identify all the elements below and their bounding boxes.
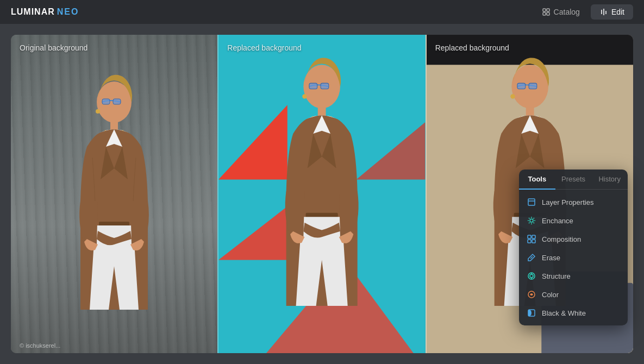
- svg-rect-10: [113, 99, 121, 104]
- svg-rect-9: [102, 99, 110, 104]
- svg-point-32: [510, 94, 515, 98]
- svg-rect-47: [532, 235, 535, 239]
- svg-rect-1: [547, 9, 549, 11]
- tab-presets[interactable]: Presets: [555, 170, 592, 189]
- tool-composition[interactable]: Composition: [519, 230, 628, 248]
- logo: LUMINAR NEO: [11, 7, 79, 17]
- top-bar: LUMINAR NEO Catalog Edit: [0, 0, 644, 24]
- erase-icon: [527, 253, 536, 262]
- tab-history[interactable]: History: [591, 170, 628, 189]
- svg-rect-20: [309, 83, 317, 89]
- svg-rect-24: [306, 213, 338, 217]
- tab-tools[interactable]: Tools: [519, 170, 555, 190]
- bw-icon: [527, 308, 536, 318]
- nav-tabs: Catalog Edit: [533, 4, 633, 20]
- svg-point-22: [303, 94, 307, 98]
- svg-rect-2: [543, 12, 546, 15]
- logo-neo: NEO: [57, 7, 79, 17]
- edit-label: Edit: [611, 8, 624, 16]
- svg-line-43: [534, 223, 535, 224]
- structure-icon: [527, 271, 536, 281]
- svg-line-44: [534, 218, 535, 219]
- svg-rect-49: [532, 240, 535, 243]
- panel-replaced1-label: Replaced background: [227, 43, 301, 52]
- tab-edit[interactable]: Edit: [591, 4, 633, 20]
- tools-list: Layer Properties: [519, 190, 628, 325]
- tools-panel: Tools Presets History Layer Properties: [519, 170, 628, 325]
- panel-replaced-1: Replaced background: [217, 35, 425, 353]
- main-content: Original background: [0, 24, 644, 364]
- tool-erase[interactable]: Erase: [519, 248, 628, 267]
- logo-luminar: LUMINAR: [11, 7, 55, 17]
- composition-icon: [527, 234, 536, 244]
- svg-line-50: [530, 256, 533, 259]
- tool-structure[interactable]: Structure: [519, 267, 628, 285]
- replaced1-composite: [218, 35, 425, 353]
- panel-original: Original background: [11, 35, 217, 353]
- color-icon: [527, 290, 536, 299]
- svg-point-37: [530, 219, 533, 222]
- svg-rect-13: [99, 222, 129, 226]
- layer-icon: [527, 197, 536, 207]
- svg-rect-3: [547, 12, 549, 15]
- svg-rect-48: [528, 240, 531, 243]
- svg-point-11: [96, 109, 100, 114]
- copyright: © ischukserel...: [20, 342, 60, 349]
- svg-line-42: [529, 218, 530, 219]
- panel-original-label: Original background: [20, 43, 87, 52]
- edit-icon: [599, 8, 608, 16]
- tools-tabs: Tools Presets History: [519, 170, 628, 190]
- svg-point-52: [530, 274, 533, 278]
- tool-layer-properties[interactable]: Layer Properties: [519, 193, 628, 211]
- enchance-icon: [527, 216, 536, 225]
- person-original: [54, 38, 174, 353]
- svg-rect-31: [529, 83, 537, 89]
- original-composite: [11, 35, 217, 353]
- svg-rect-35: [528, 199, 535, 205]
- tool-color[interactable]: Color: [519, 285, 628, 304]
- svg-rect-30: [517, 83, 526, 89]
- panel-replaced2-label: Replaced background: [435, 43, 509, 52]
- svg-rect-46: [528, 235, 531, 239]
- tool-enchance[interactable]: Enchance: [519, 211, 628, 230]
- svg-line-45: [529, 223, 530, 224]
- tool-black-white[interactable]: Black & White: [519, 304, 628, 322]
- geo-background: [218, 35, 425, 353]
- tab-catalog[interactable]: Catalog: [533, 4, 589, 20]
- svg-rect-0: [543, 9, 546, 11]
- svg-rect-21: [321, 83, 329, 89]
- catalog-icon: [542, 8, 551, 16]
- catalog-label: Catalog: [554, 8, 580, 16]
